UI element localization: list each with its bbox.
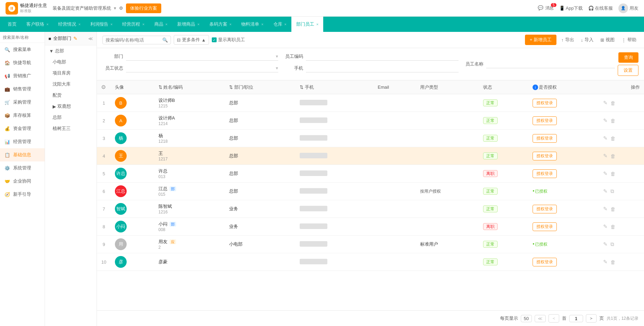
tab-bizstat-close[interactable]: × xyxy=(78,22,80,26)
sidebar-item-collab[interactable]: 🤝 企业协同 xyxy=(0,175,45,188)
sort-dept-icon[interactable]: ⇅ xyxy=(229,85,233,90)
sidebar-item-system[interactable]: ⚙️ 系统管理 xyxy=(0,161,45,175)
tab-customer-close[interactable]: × xyxy=(46,22,48,26)
edit-icon-1[interactable]: ✎ xyxy=(603,100,608,106)
copy-icon-9[interactable]: ⧉ xyxy=(610,241,614,247)
auth-btn-8[interactable]: 授权登录 xyxy=(533,222,557,231)
tab-goods-close[interactable]: × xyxy=(165,22,167,26)
tab-history[interactable]: 经营历程 × xyxy=(117,17,149,32)
show-resigned-toggle[interactable]: ✓ 显示离职员工 xyxy=(212,37,245,43)
add-emp-btn[interactable]: + 新增员工 xyxy=(525,35,556,45)
dept-item-shenyang[interactable]: 沈阳大库 xyxy=(45,79,97,90)
tab-bom[interactable]: 物料清单 × xyxy=(236,17,268,32)
sidebar-item-search[interactable]: 🔍 搜索菜单 xyxy=(0,43,45,56)
dept-collapse-icon[interactable]: ≪ xyxy=(88,36,93,41)
tab-dept-emp[interactable]: 部门员工 × xyxy=(291,17,323,32)
tab-barcode-close[interactable]: × xyxy=(229,22,232,26)
tab-warehouse-close[interactable]: × xyxy=(284,22,287,26)
views-btn[interactable]: ⊞ 视图 xyxy=(598,35,617,44)
tab-barcode[interactable]: 条码方案 × xyxy=(205,17,236,32)
dept-item-zongbu[interactable]: 总部 xyxy=(45,112,97,123)
auth-btn-7[interactable]: 授权登录 xyxy=(533,205,557,213)
filter-dept-select[interactable]: ▾ xyxy=(126,52,278,61)
sidebar-item-basic-info[interactable]: 📋 基础信息 xyxy=(0,148,45,161)
user-avatar[interactable]: 👤 用友 xyxy=(618,3,638,13)
page-input[interactable] xyxy=(569,315,583,322)
sidebar-item-marketing[interactable]: 📢 营销推广 xyxy=(0,69,45,82)
edit-icon-5[interactable]: ✎ xyxy=(603,170,608,177)
dept-item-zhishu[interactable]: 植树王三 xyxy=(45,123,97,134)
notification-btn[interactable]: 💬 5 消息 xyxy=(538,5,554,11)
gear-icon[interactable]: ⚙ xyxy=(119,6,123,11)
auth-btn-4[interactable]: 授权登录 xyxy=(533,152,557,160)
title-dropdown-icon[interactable]: ▾ xyxy=(114,6,116,11)
tab-bom-close[interactable]: × xyxy=(261,22,263,26)
dept-item-project[interactable]: 项目库房 xyxy=(45,68,97,79)
delete-icon-5[interactable]: 🗑 xyxy=(610,171,616,177)
edit-icon-7[interactable]: ✎ xyxy=(603,206,608,212)
edit-icon-9[interactable]: ✎ xyxy=(603,241,608,247)
dept-item-shuanglu[interactable]: ▶ 双鹿想 xyxy=(45,101,97,112)
online-service-btn[interactable]: 🎧 在线客服 xyxy=(588,5,613,11)
copy-icon-6[interactable]: ⧉ xyxy=(610,188,614,194)
dept-item-peihuo[interactable]: 配货 xyxy=(45,90,97,101)
delete-icon-1[interactable]: 🗑 xyxy=(610,100,616,106)
tab-customer[interactable]: 客户联络 × xyxy=(21,17,53,32)
tab-warehouse[interactable]: 仓库 × xyxy=(269,17,291,32)
auth-btn-10[interactable]: 授权登录 xyxy=(533,258,557,266)
app-download-btn[interactable]: 📱 App下载 xyxy=(559,5,583,11)
sidebar-item-quicknav[interactable]: 🏠 快捷导航 xyxy=(0,56,45,69)
more-action-btn[interactable]: ⋮ 帮助 xyxy=(619,35,638,44)
tab-bizstat[interactable]: 经营情况 × xyxy=(53,17,85,32)
dept-edit-icon[interactable]: ✎ xyxy=(73,36,78,41)
export-btn[interactable]: ↑ 导出 xyxy=(559,35,576,44)
auth-btn-3[interactable]: 授权登录 xyxy=(533,134,557,143)
import-btn[interactable]: ↓ 导入 xyxy=(579,35,596,44)
sort-phone-icon[interactable]: ⇅ xyxy=(300,85,303,90)
delete-icon-8[interactable]: 🗑 xyxy=(610,224,616,230)
dept-item-xiaodibu[interactable]: 小电部 xyxy=(45,56,97,68)
tab-history-close[interactable]: × xyxy=(142,22,144,26)
sidebar-item-management[interactable]: 📊 经营管理 xyxy=(0,135,45,148)
prev-page-btn[interactable]: ＜ xyxy=(548,314,559,323)
first-page-btn[interactable]: ≪ xyxy=(535,315,546,322)
per-page-value[interactable]: 50 xyxy=(521,315,532,322)
sidebar-search-input[interactable] xyxy=(3,35,45,40)
filter-phone-input[interactable] xyxy=(306,64,458,72)
try-btn[interactable]: 体验行业方案 xyxy=(126,3,161,13)
next-page-btn[interactable]: ＞ xyxy=(586,314,597,323)
tab-profit-close[interactable]: × xyxy=(110,22,112,26)
sidebar-item-sales[interactable]: 💼 销售管理 xyxy=(0,82,45,96)
edit-icon-4[interactable]: ✎ xyxy=(603,153,608,159)
tab-goods[interactable]: 商品 × xyxy=(149,17,172,32)
column-settings-icon[interactable]: ⚙ xyxy=(101,84,106,90)
dept-item-general[interactable]: ▼ 总部 xyxy=(45,45,97,56)
sort-name-icon[interactable]: ⇅ xyxy=(158,85,162,90)
delete-icon-10[interactable]: 🗑 xyxy=(610,259,616,265)
tab-add-goods-close[interactable]: × xyxy=(197,22,199,26)
auth-btn-2[interactable]: 授权登录 xyxy=(533,116,557,125)
sidebar-item-purchase[interactable]: 🛒 采购管理 xyxy=(0,96,45,109)
edit-icon-3[interactable]: ✎ xyxy=(603,135,608,141)
query-btn[interactable]: 查询 xyxy=(618,52,638,63)
set-btn[interactable]: 设置 xyxy=(618,65,638,76)
tab-home[interactable]: 首页 xyxy=(3,17,21,32)
more-filter-btn[interactable]: ⊟ 更多条件 ▲ xyxy=(174,35,209,45)
filter-empcode-input[interactable] xyxy=(306,52,458,61)
edit-icon-2[interactable]: ✎ xyxy=(603,117,608,124)
auth-btn-1[interactable]: 授权登录 xyxy=(533,99,557,107)
search-input[interactable] xyxy=(106,37,161,43)
auth-btn-5[interactable]: 授权登录 xyxy=(533,169,557,178)
edit-icon-10[interactable]: ✎ xyxy=(603,259,608,265)
delete-icon-4[interactable]: 🗑 xyxy=(610,153,616,159)
delete-icon-2[interactable]: 🗑 xyxy=(610,118,616,124)
edit-icon-8[interactable]: ✎ xyxy=(603,223,608,230)
delete-icon-3[interactable]: 🗑 xyxy=(610,135,616,141)
tab-profit[interactable]: 利润报告 × xyxy=(85,17,117,32)
sidebar-item-inventory[interactable]: 📦 库存核算 xyxy=(0,109,45,122)
filter-empname-input[interactable] xyxy=(486,60,615,68)
sidebar-item-finance[interactable]: 💰 资金管理 xyxy=(0,122,45,135)
delete-icon-7[interactable]: 🗑 xyxy=(610,206,616,212)
tab-dept-emp-close[interactable]: × xyxy=(316,22,318,26)
tab-add-goods[interactable]: 新增商品 × xyxy=(172,17,204,32)
